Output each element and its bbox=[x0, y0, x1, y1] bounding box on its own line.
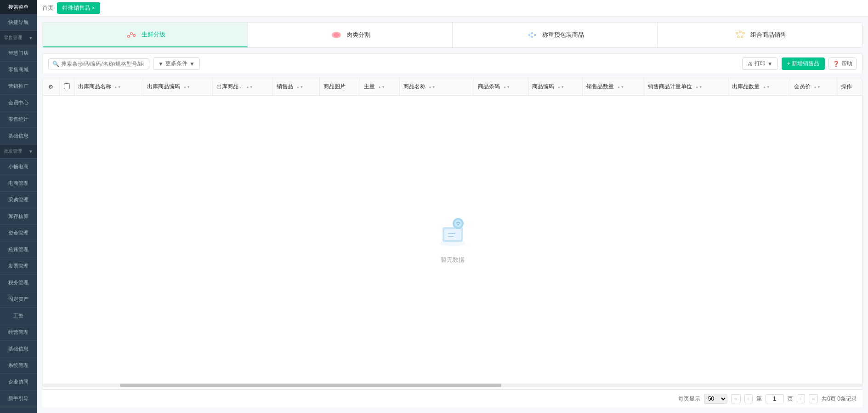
filter-button[interactable]: ▼ 更多条件 ▼ bbox=[153, 57, 200, 70]
add-product-label: + 新增销售品 bbox=[787, 60, 819, 68]
svg-point-15 bbox=[532, 36, 533, 37]
select-all-checkbox[interactable] bbox=[64, 83, 70, 89]
tab-row: 生鲜分级 肉类分割 bbox=[42, 22, 862, 48]
page-input[interactable] bbox=[766, 394, 784, 403]
horizontal-scrollbar[interactable] bbox=[43, 384, 862, 387]
sidebar-item-wholesale-mgmt[interactable]: 批发管理 ▼ bbox=[0, 144, 37, 159]
tab-weight-pack-label: 称重预包装商品 bbox=[542, 31, 584, 39]
sidebar-item-sys-mgmt[interactable]: 系统管理 bbox=[0, 357, 37, 374]
svg-point-20 bbox=[739, 31, 740, 32]
toolbar-right: 🖨 打印 ▼ + 新增销售品 ❓ 帮助 bbox=[742, 57, 857, 70]
topbar-home[interactable]: 首页 bbox=[42, 4, 53, 12]
help-button[interactable]: ❓ 帮助 bbox=[828, 57, 857, 70]
svg-point-3 bbox=[128, 36, 129, 37]
col-product-name[interactable]: 商品名称 ▲▼ bbox=[399, 78, 474, 96]
sidebar-item-basic-info2[interactable]: 基础信息 bbox=[0, 341, 37, 357]
col-product-code[interactable]: 商品编码 ▲▼ bbox=[528, 78, 583, 96]
sidebar-item-smart-store[interactable]: 智慧门店 bbox=[0, 45, 37, 62]
col-setting[interactable]: ⚙ bbox=[43, 78, 59, 96]
topbar: 首页 特殊销售品 × bbox=[37, 0, 868, 17]
sidebar-item-retail-mgmt[interactable]: 零售管理 ▼ bbox=[0, 31, 37, 45]
sidebar-item-ops-mgmt[interactable]: 经营管理 bbox=[0, 324, 37, 341]
tab-combo-sales[interactable]: 组合商品销售 bbox=[658, 23, 862, 47]
svg-point-14 bbox=[534, 34, 535, 35]
first-page-button[interactable]: « bbox=[731, 394, 741, 403]
sort-icon: ▲▼ bbox=[428, 85, 436, 89]
toolbar-left: 🔍 ▼ 更多条件 ▼ bbox=[48, 57, 200, 70]
filter-label: 更多条件 bbox=[165, 60, 187, 68]
sidebar-item-new-guide[interactable]: 新手引导 bbox=[0, 390, 37, 407]
per-page-select[interactable]: 50 10 20 100 bbox=[704, 394, 727, 404]
sidebar-item-quick-nav[interactable]: 快捷导航 bbox=[0, 14, 37, 31]
weight-pack-icon bbox=[526, 29, 539, 41]
meat-cut-icon bbox=[330, 29, 343, 41]
sidebar-item-sales-promo[interactable]: 营销推广 bbox=[0, 78, 37, 95]
sort-icon: ▲▼ bbox=[114, 85, 121, 89]
sidebar-item-general-ledger[interactable]: 总账管理 bbox=[0, 241, 37, 258]
empty-text: 暂无数据 bbox=[441, 256, 465, 264]
sidebar-item-retail-stats[interactable]: 零售统计 bbox=[0, 111, 37, 128]
prev-page-button[interactable]: ‹ bbox=[744, 394, 753, 403]
sidebar-item-payroll[interactable]: 工资 bbox=[0, 308, 37, 324]
col-action: 操作 bbox=[837, 78, 862, 96]
tab-weight-pack[interactable]: 称重预包装商品 bbox=[453, 23, 658, 47]
col-out-product-spec[interactable]: 出库商品... ▲▼ bbox=[212, 78, 273, 96]
sort-icon: ▲▼ bbox=[296, 85, 304, 89]
search-box[interactable]: 🔍 bbox=[48, 58, 149, 69]
sort-icon: ▲▼ bbox=[378, 85, 385, 89]
col-sales-qty[interactable]: 销售品数量 ▲▼ bbox=[583, 78, 644, 96]
sidebar-item-invoice-mgmt[interactable]: 发票管理 bbox=[0, 258, 37, 275]
col-product-image[interactable]: 商品图片 bbox=[320, 78, 360, 96]
sidebar-item-basic-info[interactable]: 基础信息 bbox=[0, 128, 37, 144]
sidebar-item-enterprise[interactable]: 企业协同 bbox=[0, 374, 37, 390]
sidebar-item-member-center[interactable]: 会员中心 bbox=[0, 95, 37, 111]
pagination: 每页显示 50 10 20 100 « ‹ 第 页 › » 共0页 0条记录 bbox=[42, 390, 862, 407]
svg-point-4 bbox=[130, 33, 132, 34]
svg-point-30 bbox=[454, 220, 462, 227]
search-input[interactable] bbox=[61, 61, 144, 67]
col-member-price[interactable]: 会员价 ▲▼ bbox=[790, 78, 837, 96]
close-icon[interactable]: × bbox=[92, 6, 95, 11]
col-out-qty[interactable]: 出库品数量 ▲▼ bbox=[728, 78, 790, 96]
col-out-product-name[interactable]: 出库商品名称 ▲▼ bbox=[74, 78, 143, 96]
sidebar-settings[interactable]: ⚙ bbox=[0, 407, 37, 413]
help-icon: ❓ bbox=[833, 61, 840, 67]
fresh-grade-icon bbox=[125, 28, 138, 41]
chevron-down-icon: ▼ bbox=[767, 61, 773, 67]
sidebar-item-finance[interactable]: 资金管理 bbox=[0, 225, 37, 241]
page-label: 第 bbox=[756, 395, 762, 403]
add-product-button[interactable]: + 新增销售品 bbox=[782, 57, 825, 70]
col-checkbox[interactable] bbox=[59, 78, 74, 96]
sidebar-item-inventory[interactable]: 库存核算 bbox=[0, 208, 37, 225]
chevron-down-icon: ▼ bbox=[189, 61, 195, 67]
toolbar: 🔍 ▼ 更多条件 ▼ 🖨 打印 ▼ + 新增销售品 bbox=[42, 53, 862, 74]
print-button[interactable]: 🖨 打印 ▼ bbox=[742, 57, 778, 70]
sidebar: 搜索菜单 快捷导航 零售管理 ▼ 智慧门店 零售商城 营销推广 会员中心 零售统… bbox=[0, 0, 37, 413]
tab-meat-cut[interactable]: 肉类分割 bbox=[248, 23, 453, 47]
next-page-button[interactable]: › bbox=[797, 394, 805, 403]
scrollbar-thumb[interactable] bbox=[120, 384, 501, 387]
topbar-active-tab[interactable]: 特殊销售品 × bbox=[57, 2, 100, 14]
sidebar-logo-text: 搜索菜单 bbox=[8, 4, 28, 11]
last-page-button[interactable]: » bbox=[809, 394, 818, 403]
sidebar-item-retail-mall[interactable]: 零售商城 bbox=[0, 62, 37, 78]
svg-point-7 bbox=[333, 33, 340, 37]
col-sales-unit[interactable]: 销售商品计量单位 ▲▼ bbox=[644, 78, 728, 96]
filter-icon: ▼ bbox=[158, 61, 164, 67]
sidebar-item-fixed-assets[interactable]: 固定资产 bbox=[0, 291, 37, 308]
col-weight[interactable]: 主量 ▲▼ bbox=[360, 78, 400, 96]
svg-point-5 bbox=[133, 35, 135, 36]
sort-icon: ▲▼ bbox=[503, 85, 510, 89]
tab-fresh-grade-label: 生鲜分级 bbox=[142, 30, 165, 39]
col-barcode[interactable]: 商品条码 ▲▼ bbox=[474, 78, 528, 96]
sidebar-item-mini-ecom[interactable]: 小畅电商 bbox=[0, 159, 37, 175]
sidebar-item-tax-mgmt[interactable]: 税务管理 bbox=[0, 275, 37, 291]
sort-icon: ▲▼ bbox=[183, 85, 190, 89]
col-sales-product[interactable]: 销售品 ▲▼ bbox=[273, 78, 320, 96]
sort-icon: ▲▼ bbox=[557, 85, 564, 89]
tab-fresh-grade[interactable]: 生鲜分级 bbox=[43, 23, 248, 47]
sidebar-item-purchase-mgmt[interactable]: 采购管理 bbox=[0, 192, 37, 208]
sidebar-item-ecom-mgmt[interactable]: 电商管理 bbox=[0, 175, 37, 192]
col-out-product-code[interactable]: 出库商品编码 ▲▼ bbox=[143, 78, 213, 96]
empty-state: 暂无数据 bbox=[43, 96, 862, 382]
